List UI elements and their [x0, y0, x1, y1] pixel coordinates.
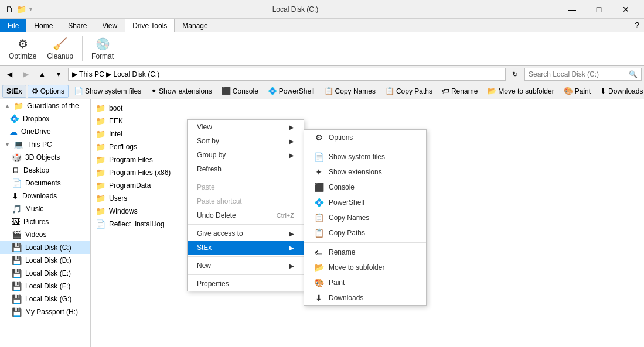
sidebar-label-desktop: Desktop: [23, 166, 49, 174]
tab-home[interactable]: Home: [26, 19, 60, 32]
ribbon-format-button[interactable]: 💿 Format: [87, 35, 118, 63]
address-path[interactable]: ▶ This PC ▶ Local Disk (C:): [68, 68, 506, 81]
ctx-properties[interactable]: Properties: [188, 277, 304, 291]
search-box[interactable]: 🔍: [524, 68, 642, 81]
sidebar-item-documents[interactable]: 📄 Documents: [0, 177, 90, 190]
ctx-sep1: [188, 178, 304, 178]
cleanup-icon: 🧹: [53, 37, 67, 51]
ctx-undo-delete[interactable]: Undo Delete Ctrl+Z: [188, 208, 304, 222]
sidebar-item-local-e[interactable]: 💾 Local Disk (E:): [0, 267, 90, 280]
sidebar-item-my-passport[interactable]: 💾 My Passport (H:): [0, 305, 90, 318]
sidebar-label-my-passport: My Passport (H:): [25, 308, 78, 316]
up-button[interactable]: ▲: [35, 67, 49, 81]
ctx-stex[interactable]: StEx ▶: [188, 241, 304, 255]
sub-rename-icon: 🏷: [314, 248, 324, 257]
sidebar-item-this-pc[interactable]: ▼ 💻 This PC: [0, 138, 90, 151]
sidebar-item-pictures[interactable]: 🖼 Pictures: [0, 215, 90, 228]
title-text: Local Disk (C:): [32, 5, 558, 13]
sub-paint[interactable]: 🎨 Paint: [304, 275, 426, 290]
sidebar-item-dropbox[interactable]: 💠 Dropbox: [0, 112, 90, 125]
ctx-group-by[interactable]: Group by ▶: [188, 148, 304, 162]
sub-downloads[interactable]: ⬇ Downloads: [304, 290, 426, 305]
sidebar-item-local-g[interactable]: 💾 Local Disk (G:): [0, 293, 90, 305]
tab-file[interactable]: File: [0, 19, 26, 32]
forward-button[interactable]: ▶: [19, 67, 33, 81]
tab-manage[interactable]: Manage: [175, 19, 215, 32]
stex-downloads[interactable]: ⬇ Downloads: [596, 85, 644, 98]
tab-view[interactable]: View: [94, 19, 125, 32]
file-list: 📁 boot 📁 EEK 📁 Intel 📁 PerfLogs 📁 Progra…: [91, 99, 644, 347]
sub-downloads-label: Downloads: [329, 294, 363, 302]
window-controls[interactable]: — □ ✕: [558, 0, 639, 19]
sidebar-item-downloads[interactable]: ⬇ Downloads: [0, 190, 90, 202]
sub-move-to[interactable]: 📂 Move to subfolder: [304, 260, 426, 275]
tab-drive-tools[interactable]: Drive Tools: [125, 19, 175, 32]
stex-console[interactable]: ⬛ Console: [217, 85, 263, 98]
sub-show-sys-icon: 📄: [314, 152, 324, 162]
downloads-icon: ⬇: [600, 87, 606, 95]
stex-options[interactable]: ⚙ Options: [28, 85, 69, 98]
ctx-undo-shortcut: Ctrl+Z: [277, 212, 294, 219]
ctx-refresh[interactable]: Refresh: [188, 162, 304, 176]
ribbon-optimize-button[interactable]: ⚙ Optimize: [5, 35, 40, 63]
show-system-icon: 📄: [74, 87, 83, 95]
stex-move-to[interactable]: 📂 Move to subfolder: [483, 85, 558, 98]
ctx-paste-shortcut: Paste shortcut: [188, 194, 304, 208]
stex-show-extensions[interactable]: ✦ Show extensions: [146, 85, 216, 98]
ribbon-cleanup-button[interactable]: 🧹 Cleanup: [43, 35, 77, 63]
ribbon-tabs: File Home Share View Drive Tools Manage …: [0, 19, 644, 32]
sidebar-item-local-c[interactable]: 💾 Local Disk (C:): [0, 241, 90, 254]
paint-icon: 🎨: [564, 87, 573, 95]
ctx-paste-label: Paste: [197, 183, 215, 191]
sidebar-item-3dobjects[interactable]: 🎲 3D Objects: [0, 151, 90, 164]
sidebar-item-desktop[interactable]: 🖥 Desktop: [0, 164, 90, 177]
refresh-button[interactable]: ↻: [508, 67, 522, 81]
sub-options[interactable]: ⚙ Options: [304, 130, 426, 145]
close-button[interactable]: ✕: [612, 0, 639, 19]
sidebar-item-local-d[interactable]: 💾 Local Disk (D:): [0, 254, 90, 267]
sidebar-item-music[interactable]: 🎵 Music: [0, 202, 90, 215]
sub-cn-icon: 📋: [314, 213, 324, 222]
ctx-give-access[interactable]: Give access to ▶: [188, 226, 304, 241]
stex-paint[interactable]: 🎨 Paint: [560, 85, 595, 98]
ctx-sort-by[interactable]: Sort by ▶: [188, 134, 304, 148]
stex-show-system[interactable]: 📄 Show system files: [70, 85, 145, 98]
ctx-new[interactable]: New ▶: [188, 259, 304, 273]
sidebar-item-onedrive[interactable]: ☁ OneDrive: [0, 125, 90, 138]
recent-locations-button[interactable]: ▾: [52, 67, 66, 81]
stex-powershell[interactable]: 💠 PowerShell: [264, 85, 319, 98]
sub-show-system[interactable]: 📄 Show system files: [304, 149, 426, 164]
back-button[interactable]: ◀: [2, 67, 16, 81]
music-icon: 🎵: [12, 204, 22, 214]
sub-copy-paths[interactable]: 📋 Copy Paths: [304, 225, 426, 241]
sidebar-item-videos[interactable]: 🎬 Videos: [0, 228, 90, 241]
ctx-stex-host: StEx ▶ ⚙ Options 📄 Show system files: [188, 241, 304, 255]
maximize-button[interactable]: □: [585, 0, 612, 19]
sidebar-item-local-f[interactable]: 💾 Local Disk (F:): [0, 280, 90, 293]
stex-label[interactable]: StEx: [2, 85, 26, 98]
file-name-programdata: ProgramData: [109, 181, 151, 190]
ctx-properties-label: Properties: [197, 280, 229, 288]
title-bar: 🗋 📁 ▾ Local Disk (C:) — □ ✕: [0, 0, 644, 19]
sub-move-label: Move to subfolder: [329, 263, 384, 272]
disk-c-icon: 💾: [12, 243, 22, 252]
sub-show-ext[interactable]: ✦ Show extensions: [304, 164, 426, 180]
sub-copy-names[interactable]: 📋 Copy Names: [304, 210, 426, 225]
stex-copy-names[interactable]: 📋 Copy Names: [320, 85, 380, 98]
file-item-eek[interactable]: 📁 EEK: [93, 115, 642, 128]
folder-eek-icon: 📁: [96, 116, 105, 126]
file-item-boot[interactable]: 📁 boot: [93, 102, 642, 115]
tab-share[interactable]: Share: [60, 19, 94, 32]
sub-rename[interactable]: 🏷 Rename: [304, 245, 426, 260]
ctx-view[interactable]: View ▶: [188, 120, 304, 134]
minimize-button[interactable]: —: [558, 0, 585, 19]
search-input[interactable]: [529, 70, 629, 78]
stex-rename[interactable]: 🏷 Rename: [438, 85, 482, 98]
help-button[interactable]: ?: [630, 19, 644, 32]
sub-powershell[interactable]: 💠 PowerShell: [304, 195, 426, 210]
dl-icon: ⬇: [12, 191, 19, 201]
sidebar-label-this-pc: This PC: [27, 140, 52, 149]
stex-copy-paths[interactable]: 📋 Copy Paths: [381, 85, 437, 98]
sidebar-item-guardians[interactable]: ▲ 📁 Guardians of the: [0, 99, 90, 112]
sub-console[interactable]: ⬛ Console: [304, 180, 426, 195]
